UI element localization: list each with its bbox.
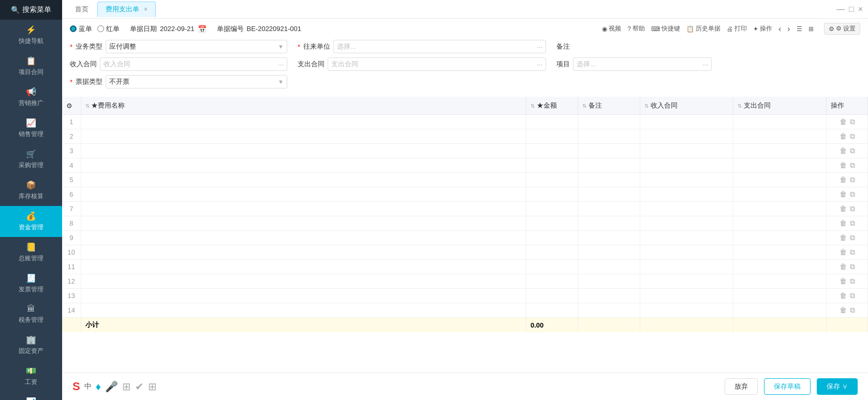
remark-cell[interactable] <box>578 202 640 216</box>
expense-name-cell[interactable] <box>81 231 526 245</box>
minimize-btn[interactable]: — <box>836 5 845 14</box>
sort-icon-income[interactable]: ⇅ <box>644 103 649 109</box>
amount-cell[interactable] <box>526 173 578 187</box>
expense-name-cell[interactable] <box>81 289 526 303</box>
remark-cell[interactable] <box>578 274 640 289</box>
copy-icon[interactable]: ⧉ <box>850 117 855 126</box>
expense-name-cell[interactable] <box>81 144 526 158</box>
expense-contract-cell[interactable] <box>733 260 827 274</box>
number-value[interactable]: BE-20220921-001 <box>247 25 302 33</box>
sidebar-item-project-contract[interactable]: 📋项目合同 <box>0 51 62 82</box>
remark-cell[interactable] <box>578 289 640 303</box>
income-contract-cell[interactable] <box>640 231 733 245</box>
action-help[interactable]: ? 帮助 <box>627 24 645 33</box>
income-contract-cell[interactable] <box>640 260 733 274</box>
maximize-btn[interactable]: □ <box>849 5 854 14</box>
income-contract-cell[interactable] <box>640 216 733 231</box>
amount-cell[interactable] <box>526 144 578 158</box>
expense-name-cell[interactable] <box>81 274 526 289</box>
action-video[interactable]: ◉ 视频 <box>602 24 621 33</box>
expense-contract-cell[interactable] <box>733 202 827 216</box>
copy-icon[interactable]: ⧉ <box>850 233 855 242</box>
expense-name-cell[interactable] <box>81 245 526 260</box>
expense-name-cell[interactable] <box>81 303 526 318</box>
radio-blue[interactable]: 蓝单 <box>70 24 92 34</box>
amount-cell[interactable] <box>526 158 578 173</box>
copy-icon[interactable]: ⧉ <box>850 262 855 271</box>
partner-input[interactable]: 选择... ··· <box>333 40 546 53</box>
remark-cell[interactable] <box>578 231 640 245</box>
expense-contract-cell[interactable] <box>733 216 827 231</box>
copy-icon[interactable]: ⧉ <box>850 291 855 300</box>
partner-more-icon[interactable]: ··· <box>537 43 542 51</box>
expense-name-cell[interactable] <box>81 115 526 129</box>
abandon-button[interactable]: 放弃 <box>725 378 758 395</box>
expense-contract-cell[interactable] <box>733 245 827 260</box>
expense-name-cell[interactable] <box>81 129 526 144</box>
income-contract-cell[interactable] <box>640 115 733 129</box>
expense-contract-cell[interactable] <box>733 187 827 202</box>
amount-cell[interactable] <box>526 260 578 274</box>
amount-cell[interactable] <box>526 129 578 144</box>
copy-icon[interactable]: ⧉ <box>850 219 855 228</box>
amount-cell[interactable] <box>526 303 578 318</box>
tab-home[interactable]: 首页 <box>67 2 96 17</box>
footer-icon-check[interactable]: ✔ <box>135 380 144 393</box>
copy-icon[interactable]: ⧉ <box>850 161 855 170</box>
sidebar-item-invoice[interactable]: 🧾发票管理 <box>0 268 62 299</box>
sidebar-item-fixed-assets[interactable]: 🏢固定资产 <box>0 330 62 361</box>
sidebar-item-sales[interactable]: 📈销售管理 <box>0 113 62 144</box>
radio-red[interactable]: 红单 <box>97 24 120 34</box>
remark-cell[interactable] <box>578 216 640 231</box>
delete-icon[interactable]: 🗑 <box>840 277 847 286</box>
expense-contract-cell[interactable] <box>733 303 827 318</box>
sidebar-item-accounting[interactable]: 📒总账管理 <box>0 237 62 268</box>
sidebar-item-tax[interactable]: 🏛税务管理 <box>0 299 62 330</box>
footer-icon-s[interactable]: S <box>72 380 80 393</box>
date-value[interactable]: 2022-09-21 <box>160 25 195 33</box>
footer-icon-diamond[interactable]: ♦ <box>96 381 101 393</box>
expense-contract-cell[interactable] <box>733 289 827 303</box>
tab-close-expense[interactable]: × <box>144 6 148 13</box>
remark-cell[interactable] <box>578 173 640 187</box>
copy-icon[interactable]: ⧉ <box>850 190 855 199</box>
sort-icon[interactable]: ⇅ <box>85 103 90 109</box>
sidebar-item-quick-nav[interactable]: ⚡快捷导航 <box>0 20 62 51</box>
footer-icon-grid[interactable]: ⊞ <box>122 380 131 393</box>
income-contract-cell[interactable] <box>640 129 733 144</box>
income-contract-cell[interactable] <box>640 173 733 187</box>
tab-expense[interactable]: 费用支出单× <box>97 2 156 17</box>
amount-cell[interactable] <box>526 231 578 245</box>
copy-icon[interactable]: ⧉ <box>850 306 855 315</box>
copy-icon[interactable]: ⧉ <box>850 248 855 257</box>
sidebar-item-payroll[interactable]: 💵工资 <box>0 361 62 392</box>
action-operation[interactable]: ✦ 操作 <box>753 24 772 33</box>
delete-icon[interactable]: 🗑 <box>840 146 847 155</box>
remark-cell[interactable] <box>578 144 640 158</box>
copy-icon[interactable]: ⧉ <box>850 132 855 141</box>
remark-cell[interactable] <box>578 260 640 274</box>
amount-cell[interactable] <box>526 216 578 231</box>
grid-view-btn[interactable]: ⊞ <box>808 25 814 33</box>
footer-icon-zh[interactable]: 中 <box>84 382 92 391</box>
sort-icon-expense[interactable]: ⇅ <box>738 103 742 109</box>
delete-icon[interactable]: 🗑 <box>840 132 847 141</box>
expense-contract-cell[interactable] <box>733 173 827 187</box>
delete-icon[interactable]: 🗑 <box>840 117 847 126</box>
copy-icon[interactable]: ⧉ <box>850 204 855 213</box>
footer-icon-mic[interactable]: 🎤 <box>105 380 118 393</box>
expense-contract-cell[interactable] <box>733 274 827 289</box>
business-type-input[interactable]: 应付调整 ▼ <box>106 40 287 53</box>
delete-icon[interactable]: 🗑 <box>840 262 847 271</box>
expense-contract-cell[interactable] <box>733 158 827 173</box>
income-contract-cell[interactable] <box>640 187 733 202</box>
sidebar-item-marketing[interactable]: 📢营销推广 <box>0 82 62 113</box>
expense-name-cell[interactable] <box>81 173 526 187</box>
settings-btn[interactable]: ⚙ ⚙ 设置 <box>824 23 860 35</box>
expense-contract-cell[interactable] <box>733 231 827 245</box>
income-contract-cell[interactable] <box>640 289 733 303</box>
sidebar-item-ops[interactable]: 📊经营管理 <box>0 392 62 400</box>
income-contract-cell[interactable] <box>640 144 733 158</box>
sidebar-item-inventory[interactable]: 📦库存核算 <box>0 175 62 206</box>
sidebar-item-purchase[interactable]: 🛒采购管理 <box>0 144 62 175</box>
